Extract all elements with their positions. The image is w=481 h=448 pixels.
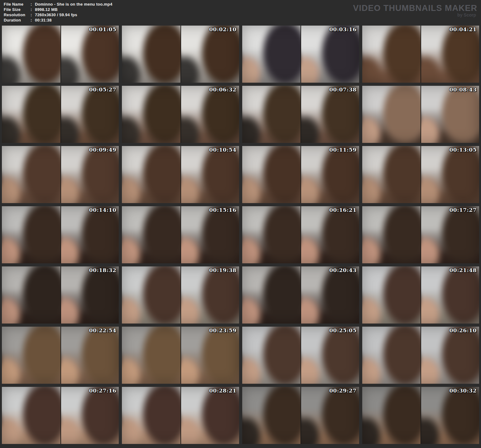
vr-right-eye-frame xyxy=(180,146,239,203)
video-thumbnail: 00:28:21 xyxy=(122,387,239,444)
separator: : xyxy=(31,7,35,12)
timestamp-overlay: 00:02:10 xyxy=(209,26,237,32)
video-thumbnail: 00:17:27 xyxy=(362,206,479,263)
scene-placeholder xyxy=(301,26,359,83)
video-thumbnail: 00:03:16 xyxy=(242,26,359,83)
scene-placeholder xyxy=(2,146,60,203)
scene-placeholder xyxy=(60,146,119,203)
scene-placeholder xyxy=(60,206,119,263)
vr-right-eye-frame xyxy=(60,86,119,143)
vr-right-eye-frame xyxy=(301,387,359,444)
separator: : xyxy=(31,13,35,17)
scene-placeholder xyxy=(122,387,180,444)
scene-placeholder xyxy=(180,266,239,324)
vr-right-eye-frame xyxy=(60,387,119,444)
video-thumbnail: 00:26:10 xyxy=(362,327,479,384)
timestamp-overlay: 00:21:48 xyxy=(449,267,477,273)
vr-left-eye-frame xyxy=(122,206,180,263)
scene-placeholder xyxy=(421,387,479,444)
timestamp-overlay: 00:08:43 xyxy=(449,86,477,93)
vr-right-eye-frame xyxy=(421,146,479,203)
vr-right-eye-frame xyxy=(301,146,359,203)
video-thumbnail: 00:02:10 xyxy=(122,26,239,83)
scene-placeholder xyxy=(242,26,301,83)
file-name-value: Dominno - She is on the menu too.mp4 xyxy=(35,2,112,7)
vr-left-eye-frame xyxy=(242,387,301,444)
scene-placeholder xyxy=(242,266,301,324)
timestamp-overlay: 00:25:05 xyxy=(329,327,357,334)
video-thumbnail: 00:10:54 xyxy=(122,146,239,203)
timestamp-overlay: 00:06:32 xyxy=(209,86,237,93)
thumbnail-grid: 00:01:05 00:02:10 00:03:16 00:04:21 xyxy=(2,26,479,444)
scene-placeholder xyxy=(180,387,239,444)
vr-right-eye-frame xyxy=(180,387,239,444)
vr-left-eye-frame xyxy=(2,206,60,263)
duration-value: 00:31:38 xyxy=(35,18,112,22)
vr-left-eye-frame xyxy=(122,146,180,203)
video-thumbnail: 00:29:27 xyxy=(242,387,359,444)
vr-right-eye-frame xyxy=(60,26,119,83)
scene-placeholder xyxy=(2,266,60,324)
timestamp-overlay: 00:26:10 xyxy=(449,327,477,334)
vr-right-eye-frame xyxy=(180,26,239,83)
separator: : xyxy=(31,18,35,22)
scene-placeholder xyxy=(2,206,60,263)
vr-right-eye-frame xyxy=(180,327,239,384)
video-thumbnail: 00:20:43 xyxy=(242,266,359,324)
scene-placeholder xyxy=(362,146,421,203)
vr-right-eye-frame xyxy=(301,86,359,143)
vr-left-eye-frame xyxy=(242,206,301,263)
scene-placeholder xyxy=(60,387,119,444)
watermark-subtitle: by Scorp xyxy=(353,13,478,17)
timestamp-overlay: 00:27:16 xyxy=(89,387,117,394)
vr-left-eye-frame xyxy=(122,387,180,444)
timestamp-overlay: 00:03:16 xyxy=(329,26,357,32)
timestamp-overlay: 00:11:59 xyxy=(329,147,357,153)
vr-left-eye-frame xyxy=(2,26,60,83)
scene-placeholder xyxy=(301,146,359,203)
video-thumbnail: 00:15:16 xyxy=(122,206,239,263)
timestamp-overlay: 00:09:49 xyxy=(89,147,117,153)
vr-right-eye-frame xyxy=(421,387,479,444)
resolution-value: 7260x3630 / 59.94 fps xyxy=(35,13,112,17)
video-thumbnail: 00:05:27 xyxy=(2,86,119,143)
scene-placeholder xyxy=(421,146,479,203)
timestamp-overlay: 00:01:05 xyxy=(89,26,117,32)
vr-right-eye-frame xyxy=(301,26,359,83)
video-thumbnail: 00:07:38 xyxy=(242,86,359,143)
scene-placeholder xyxy=(60,266,119,324)
timestamp-overlay: 00:19:38 xyxy=(209,267,237,273)
timestamp-overlay: 00:13:05 xyxy=(449,147,477,153)
vr-left-eye-frame xyxy=(242,26,301,83)
header-bar: File Name : Dominno - She is on the menu… xyxy=(0,0,481,26)
video-thumbnail: 00:25:05 xyxy=(242,327,359,384)
video-thumbnail: 00:30:32 xyxy=(362,387,479,444)
scene-placeholder xyxy=(421,206,479,263)
timestamp-overlay: 00:20:43 xyxy=(329,267,357,273)
vr-left-eye-frame xyxy=(122,86,180,143)
duration-label: Duration xyxy=(4,18,31,22)
video-thumbnail: 00:11:59 xyxy=(242,146,359,203)
vr-right-eye-frame xyxy=(301,206,359,263)
scene-placeholder xyxy=(122,327,180,384)
scene-placeholder xyxy=(301,206,359,263)
scene-placeholder xyxy=(2,86,60,143)
scene-placeholder xyxy=(242,206,301,263)
video-thumbnail: 00:19:38 xyxy=(122,266,239,324)
vr-right-eye-frame xyxy=(421,266,479,324)
vr-left-eye-frame xyxy=(2,146,60,203)
vr-left-eye-frame xyxy=(242,327,301,384)
scene-placeholder xyxy=(122,206,180,263)
video-thumbnail: 00:23:59 xyxy=(122,327,239,384)
file-size-value: 8998.12 MB xyxy=(35,7,112,12)
vr-left-eye-frame xyxy=(362,387,421,444)
scene-placeholder xyxy=(122,266,180,324)
vr-left-eye-frame xyxy=(2,387,60,444)
timestamp-overlay: 00:07:38 xyxy=(329,86,357,93)
vr-right-eye-frame xyxy=(421,327,479,384)
scene-placeholder xyxy=(362,86,421,143)
scene-placeholder xyxy=(301,86,359,143)
scene-placeholder xyxy=(362,266,421,324)
scene-placeholder xyxy=(242,146,301,203)
scene-placeholder xyxy=(242,86,301,143)
